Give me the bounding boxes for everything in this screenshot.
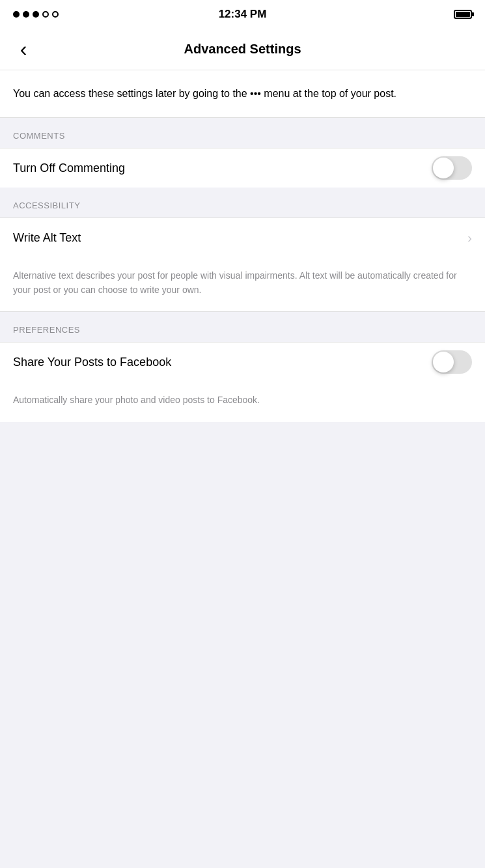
info-banner-text: You can access these settings later by g… — [13, 88, 396, 99]
signal-dot-2 — [23, 11, 29, 18]
share-facebook-toggle[interactable] — [432, 350, 472, 374]
share-facebook-row[interactable]: Share Your Posts to Facebook — [13, 343, 472, 382]
preferences-description-text: Automatically share your photo and video… — [13, 395, 260, 405]
back-button[interactable]: ‹ — [10, 36, 36, 63]
toggle-knob-facebook — [433, 352, 454, 372]
section-label-comments: COMMENTS — [13, 131, 65, 141]
chevron-right-icon: › — [467, 231, 472, 245]
preferences-section-rows: Share Your Posts to Facebook — [0, 342, 485, 382]
signal-dot-1 — [13, 11, 20, 18]
back-icon: ‹ — [20, 37, 27, 61]
battery-indicator — [454, 10, 472, 19]
signal-indicators — [13, 11, 59, 18]
toggle-knob — [433, 158, 454, 178]
signal-dot-5 — [52, 11, 59, 18]
share-facebook-label: Share Your Posts to Facebook — [13, 356, 171, 369]
write-alt-text-label: Write Alt Text — [13, 231, 81, 245]
status-time: 12:34 PM — [219, 8, 267, 21]
status-bar: 12:34 PM — [0, 0, 485, 29]
section-header-preferences: PREFERENCES — [0, 312, 485, 342]
battery-icon — [454, 10, 472, 19]
preferences-description: Automatically share your photo and video… — [0, 382, 485, 422]
signal-dot-4 — [42, 11, 49, 18]
section-label-accessibility: ACCESSIBILITY — [13, 201, 80, 210]
section-header-accessibility: ACCESSIBILITY — [0, 188, 485, 217]
accessibility-description-text: Alternative text describes your post for… — [13, 270, 457, 295]
nav-header: ‹ Advanced Settings — [0, 29, 485, 70]
turn-off-commenting-label: Turn Off Commenting — [13, 161, 125, 175]
accessibility-section-rows: Write Alt Text › — [0, 217, 485, 257]
battery-fill — [456, 12, 470, 17]
write-alt-text-row[interactable]: Write Alt Text › — [13, 218, 472, 257]
section-label-preferences: PREFERENCES — [13, 325, 80, 335]
comments-section-rows: Turn Off Commenting — [0, 148, 485, 188]
turn-off-commenting-row[interactable]: Turn Off Commenting — [13, 148, 472, 188]
turn-off-commenting-toggle[interactable] — [432, 156, 472, 180]
accessibility-description: Alternative text describes your post for… — [0, 257, 485, 312]
signal-dot-3 — [33, 11, 39, 18]
page-title: Advanced Settings — [184, 42, 301, 57]
section-header-comments: COMMENTS — [0, 118, 485, 148]
info-banner: You can access these settings later by g… — [0, 70, 485, 118]
